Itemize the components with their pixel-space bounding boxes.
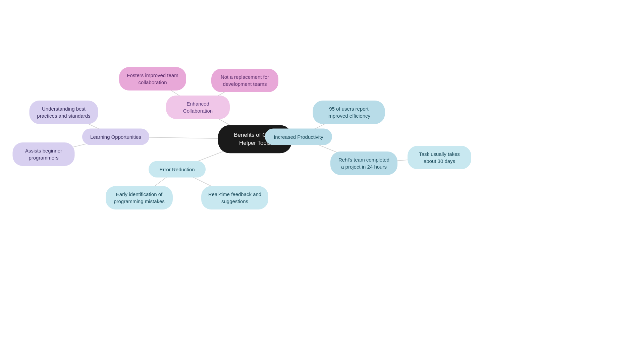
node-not-replacement: Not a replacement for development teams (211, 69, 278, 92)
node-increased-productivity: Increased Productivity (265, 129, 332, 145)
node-task-days: Task usually takes about 30 days (408, 146, 471, 169)
node-realtime-feedback: Real-time feedback and suggestions (201, 186, 268, 209)
node-early-identification: Early identification of programming mist… (106, 186, 173, 209)
node-fosters-team: Fosters improved team collaboration (119, 67, 186, 90)
node-enhanced-collaboration: Enhanced Collaboration (166, 96, 230, 119)
node-error-reduction: Error Reduction (149, 161, 206, 178)
mind-map: Benefits of Code Helper Tools Enhanced C… (0, 0, 644, 363)
node-learning-opportunities: Learning Opportunities (82, 129, 149, 145)
node-assists-beginners: Assists beginner programmers (13, 142, 75, 166)
node-best-practices: Understanding best practices and standar… (30, 101, 98, 124)
node-95-users: 95 of users report improved efficiency (313, 101, 385, 124)
node-rehl-team: Rehl's team completed a project in 24 ho… (330, 152, 397, 175)
